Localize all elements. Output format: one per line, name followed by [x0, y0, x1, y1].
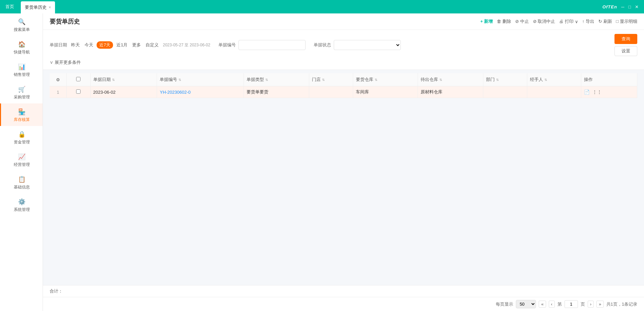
date-btn-yesterday[interactable]: 昨天 [70, 41, 81, 49]
th-handler-label: 经手人 [530, 77, 543, 83]
th-type-label: 单据类型 [247, 77, 264, 83]
status-select[interactable] [334, 40, 401, 50]
data-table: ⚙ 单据日期 ⇅ 单据编号 [50, 73, 637, 98]
th-settings[interactable]: ⚙ [50, 73, 66, 86]
th-type-sort[interactable]: 单据类型 ⇅ [247, 77, 306, 83]
row-dept [483, 86, 527, 98]
date-btn-1month[interactable]: 近1月 [115, 41, 129, 49]
sidebar-item-operations[interactable]: 📈 经营管理 [0, 148, 43, 171]
page-number-input[interactable] [565, 300, 578, 308]
sidebar-item-finance[interactable]: 🔒 资金管理 [0, 126, 43, 148]
content-area: 要货单历史 + 新增 🗑 删除 ⊘ 中止 ⊘ 取消中止 🖨 打印 ∨ ↑ 导出 … [43, 13, 644, 311]
sidebar-item-search-menu[interactable]: 🔍 搜索菜单 [0, 13, 43, 36]
row-more-icon[interactable]: ⋮⋮ [592, 89, 602, 95]
th-date-sort[interactable]: 单据日期 ⇅ [93, 77, 154, 83]
sidebar-item-sales[interactable]: 📊 销售管理 [0, 58, 43, 81]
export-button[interactable]: ↑ 导出 [582, 18, 594, 25]
date-sort-icon: ⇅ [112, 78, 115, 82]
settings-gear-icon[interactable]: ⚙ [56, 77, 60, 82]
stop-button[interactable]: ⊘ 中止 [515, 18, 529, 25]
sidebar-item-sys-mgmt[interactable]: ⚙️ 系统管理 [0, 193, 43, 216]
row-num-link[interactable]: YH-20230602-0 [157, 86, 244, 98]
next-page-button[interactable]: › [588, 301, 594, 308]
th-req-warehouse-sort[interactable]: 要货仓库 ⇅ [356, 77, 415, 83]
tab-active[interactable]: 要货单历史 × [21, 1, 55, 13]
new-button[interactable]: + 新增 [480, 18, 493, 25]
table-area: ⚙ 单据日期 ⇅ 单据编号 [43, 70, 644, 285]
row-edit-icon[interactable]: 📄 [584, 89, 590, 95]
sys-mgmt-icon: ⚙️ [18, 198, 25, 206]
th-req-warehouse-label: 要货仓库 [356, 77, 373, 83]
footer-summary: 合计： [43, 285, 644, 297]
date-btn-7days[interactable]: 近7天 [97, 41, 113, 49]
delete-button[interactable]: 🗑 删除 [497, 18, 511, 25]
table-header-row: ⚙ 单据日期 ⇅ 单据编号 [50, 73, 637, 86]
order-num-input[interactable] [238, 40, 306, 50]
th-date: 单据日期 ⇅ [90, 73, 157, 86]
last-page-button[interactable]: » [596, 301, 603, 308]
show-detail-button[interactable]: □ 显示明细 [616, 18, 637, 25]
date-btn-more[interactable]: 更多 [131, 41, 142, 49]
action-buttons: 查询 设置 [614, 34, 637, 56]
cancel-stop-button[interactable]: ⊘ 取消中止 [533, 18, 555, 25]
inventory-icon: 🏪 [18, 108, 25, 116]
quick-nav-icon: 🏠 [18, 41, 25, 48]
type-sort-icon: ⇅ [265, 78, 268, 82]
expand-more-button[interactable]: ∨ 展开更多条件 [50, 59, 81, 65]
th-pending-warehouse: 待出仓库 ⇅ [418, 73, 483, 86]
window-max-icon[interactable]: □ [628, 4, 631, 9]
pagination: 每页显示 10 20 50 100 « ‹ 第 页 › » 共1页，1条记录 [43, 297, 644, 311]
page-header: 要货单历史 + 新增 🗑 删除 ⊘ 中止 ⊘ 取消中止 🖨 打印 ∨ ↑ 导出 … [43, 13, 644, 30]
filter-row-expand: ∨ 展开更多条件 [50, 59, 637, 65]
th-store-sort[interactable]: 门店 ⇅ [312, 77, 350, 83]
setting-button[interactable]: 设置 [614, 46, 637, 56]
filter-row-1: 单据日期 昨天 今天 近7天 近1月 更多 自定义 2023-05-27 至 2… [50, 34, 637, 56]
th-pending-warehouse-sort[interactable]: 待出仓库 ⇅ [421, 77, 480, 83]
window-min-icon[interactable]: ─ [621, 4, 624, 9]
sidebar-label-inventory: 库存核算 [14, 117, 30, 123]
tab-close-icon[interactable]: × [49, 5, 51, 10]
store-sort-icon: ⇅ [322, 78, 325, 82]
handler-sort-icon: ⇅ [544, 78, 547, 82]
th-dept-sort[interactable]: 部门 ⇅ [486, 77, 524, 83]
prev-page-button[interactable]: ‹ [549, 301, 555, 308]
th-dept: 部门 ⇅ [483, 73, 527, 86]
th-num-sort[interactable]: 单据编号 ⇅ [160, 77, 241, 83]
top-right-area: OfTEn ─ □ ✕ [602, 4, 644, 9]
date-btn-today[interactable]: 今天 [83, 41, 95, 49]
th-num-label: 单据编号 [160, 77, 177, 83]
sidebar-item-purchase[interactable]: 🛒 采购管理 [0, 81, 43, 103]
query-button[interactable]: 查询 [614, 34, 637, 44]
sidebar-item-inventory[interactable]: 🏪 库存核算 [0, 103, 43, 126]
select-all-checkbox[interactable] [76, 77, 80, 81]
sidebar-item-basic-info[interactable]: 📋 基础信息 [0, 171, 43, 193]
print-label: 🖨 打印 [559, 18, 574, 25]
tab-active-label: 要货单历史 [25, 4, 47, 10]
sidebar-item-quick-nav[interactable]: 🏠 快捷导航 [0, 36, 43, 58]
first-page-button[interactable]: « [539, 301, 546, 308]
row-checkbox[interactable] [76, 89, 80, 94]
date-range-display: 2023-05-27 至 2023-06-02 [163, 42, 210, 48]
table-row: 1 2023-06-02 YH-20230602-0 要货单要货 车间库 原材料… [50, 86, 637, 98]
window-close-icon[interactable]: ✕ [635, 4, 639, 9]
th-store: 门店 ⇅ [309, 73, 353, 86]
refresh-button[interactable]: ↻ 刷新 [598, 18, 612, 25]
basic-info-icon: 📋 [18, 176, 25, 183]
th-handler-sort[interactable]: 经手人 ⇅ [530, 77, 579, 83]
row-checkbox-cell[interactable] [66, 86, 90, 98]
brand-label: OfTEn [602, 4, 617, 9]
sidebar-label-search-menu: 搜索菜单 [14, 27, 30, 33]
sidebar-label-quick-nav: 快捷导航 [14, 49, 30, 55]
date-btn-custom[interactable]: 自定义 [144, 41, 160, 49]
row-store [309, 86, 353, 98]
th-ops: 操作 [581, 73, 637, 86]
sidebar-label-purchase: 采购管理 [14, 94, 30, 100]
th-ops-label: 操作 [584, 77, 593, 82]
page-title: 要货单历史 [50, 17, 80, 30]
th-req-warehouse: 要货仓库 ⇅ [353, 73, 418, 86]
print-button[interactable]: 🖨 打印 ∨ [559, 18, 578, 25]
per-page-select[interactable]: 10 20 50 100 [516, 300, 536, 308]
tab-home[interactable]: 首页 [0, 0, 19, 13]
print-arrow-icon[interactable]: ∨ [575, 19, 578, 24]
date-shortcuts: 昨天 今天 近7天 近1月 更多 自定义 [70, 41, 160, 49]
